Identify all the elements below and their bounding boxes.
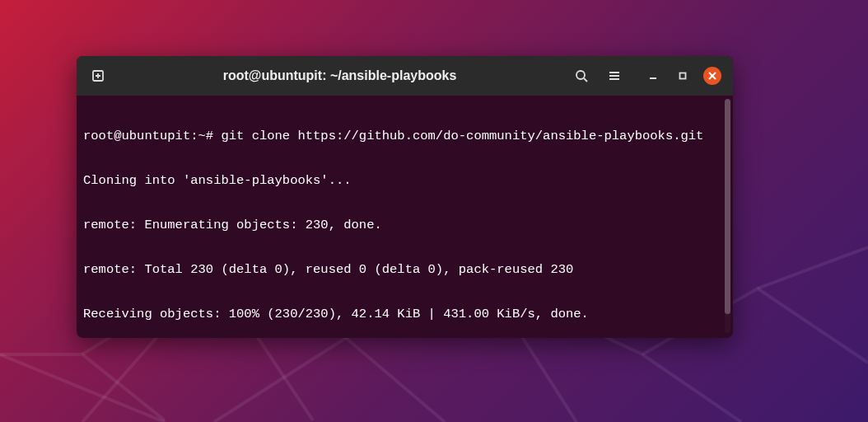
title-actions	[567, 61, 726, 91]
terminal-body[interactable]: root@ubuntupit:~# git clone https://gith…	[77, 96, 733, 338]
new-tab-icon	[91, 69, 105, 82]
new-tab-button[interactable]	[83, 61, 113, 91]
close-icon	[708, 72, 716, 80]
svg-rect-13	[680, 73, 686, 79]
svg-line-8	[584, 78, 587, 82]
minimize-button[interactable]	[644, 67, 662, 85]
terminal-window: root@ubuntupit: ~/ansible-playbooks	[77, 56, 733, 338]
window-title: root@ubuntupit: ~/ansible-playbooks	[116, 68, 563, 83]
terminal-line: remote: Enumerating objects: 230, done.	[83, 218, 726, 232]
terminal-line: root@ubuntupit:~# git clone https://gith…	[83, 129, 726, 143]
menu-button[interactable]	[600, 61, 629, 91]
hamburger-icon	[608, 69, 621, 82]
search-icon	[575, 69, 588, 82]
terminal-line: remote: Total 230 (delta 0), reused 0 (d…	[83, 262, 726, 277]
maximize-button[interactable]	[674, 67, 692, 85]
svg-line-2	[214, 338, 346, 422]
window-controls	[644, 67, 721, 85]
svg-point-7	[576, 71, 585, 79]
terminal-line: Cloning into 'ansible-playbooks'...	[83, 173, 726, 188]
maximize-icon	[679, 72, 687, 80]
scrollbar-track[interactable]	[725, 99, 730, 333]
titlebar: root@ubuntupit: ~/ansible-playbooks	[77, 56, 733, 96]
close-button[interactable]	[703, 67, 721, 85]
search-button[interactable]	[567, 61, 596, 91]
svg-line-3	[758, 247, 868, 288]
scrollbar-thumb[interactable]	[725, 99, 730, 314]
minimize-icon	[649, 72, 657, 80]
svg-line-0	[0, 354, 165, 422]
terminal-line: Receiving objects: 100% (230/230), 42.14…	[83, 307, 726, 321]
